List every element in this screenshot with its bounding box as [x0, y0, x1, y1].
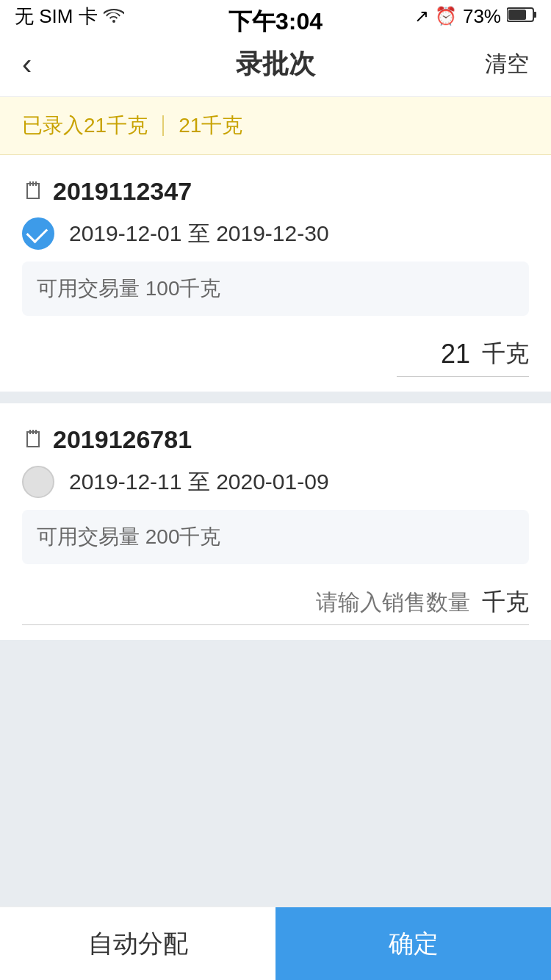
batch-divider	[0, 392, 551, 403]
content-area: 🗒 2019112347 2019-12-01 至 2019-12-30 可用交…	[0, 155, 551, 640]
batch-header-1: 🗒 2019112347	[22, 177, 529, 206]
no-sim-text: 无 SIM 卡	[15, 4, 98, 29]
status-right: ↗ ⏰ 73%	[414, 5, 536, 28]
batch-date-row-1: 2019-12-01 至 2019-12-30	[22, 217, 529, 250]
back-button[interactable]: ‹	[22, 48, 66, 81]
battery-icon	[507, 5, 536, 28]
batch-item-2: 🗒 2019126781 2019-12-11 至 2020-01-09 可用交…	[0, 403, 551, 640]
wifi-icon	[104, 5, 124, 28]
status-time: 下午3:04	[228, 6, 323, 38]
batch-amount-row-1: 千克	[22, 331, 529, 392]
confirm-button[interactable]: 确定	[276, 907, 551, 980]
auto-distribute-button[interactable]: 自动分配	[0, 907, 276, 980]
battery-text: 73%	[463, 5, 501, 28]
location-icon: ↗	[414, 6, 429, 26]
doc-icon-2: 🗒	[22, 426, 46, 453]
batch-amount-input-1[interactable]	[397, 339, 470, 370]
svg-rect-1	[533, 12, 536, 18]
batch-date-row-2: 2019-12-11 至 2020-01-09	[22, 466, 529, 498]
info-banner: 已录入21千克 21千克	[0, 97, 551, 155]
svg-rect-2	[508, 10, 526, 20]
batch-unit-2: 千克	[482, 586, 529, 619]
nav-bar: ‹ 录批次 清空	[0, 32, 551, 97]
total-amount: 21千克	[179, 112, 242, 140]
alarm-icon: ⏰	[435, 6, 457, 26]
page-title: 录批次	[236, 46, 315, 82]
batch-id-1: 2019112347	[53, 177, 192, 206]
status-left: 无 SIM 卡	[15, 4, 124, 29]
recorded-amount: 已录入21千克	[22, 112, 148, 140]
status-bar: 无 SIM 卡 下午3:04 ↗ ⏰ 73%	[0, 0, 551, 32]
batch-amount-input-2[interactable]	[250, 590, 470, 615]
info-divider	[162, 115, 164, 136]
batch-avail-2: 可用交易量 200千克	[22, 510, 529, 564]
doc-icon-1: 🗒	[22, 178, 46, 205]
batch-avail-1: 可用交易量 100千克	[22, 262, 529, 316]
batch-date-1: 2019-12-01 至 2019-12-30	[69, 219, 329, 249]
bottom-bar: 自动分配 确定	[0, 907, 551, 980]
batch-id-2: 2019126781	[53, 425, 192, 454]
batch-checkbox-2[interactable]	[22, 466, 54, 498]
batch-header-2: 🗒 2019126781	[22, 425, 529, 454]
batch-date-2: 2019-12-11 至 2020-01-09	[69, 467, 329, 497]
batch-item-1: 🗒 2019112347 2019-12-01 至 2019-12-30 可用交…	[0, 155, 551, 392]
batch-unit-1: 千克	[482, 338, 529, 370]
clear-button[interactable]: 清空	[485, 49, 529, 79]
batch-checkbox-1[interactable]	[22, 217, 54, 250]
batch-amount-row-2: 千克	[22, 579, 529, 640]
